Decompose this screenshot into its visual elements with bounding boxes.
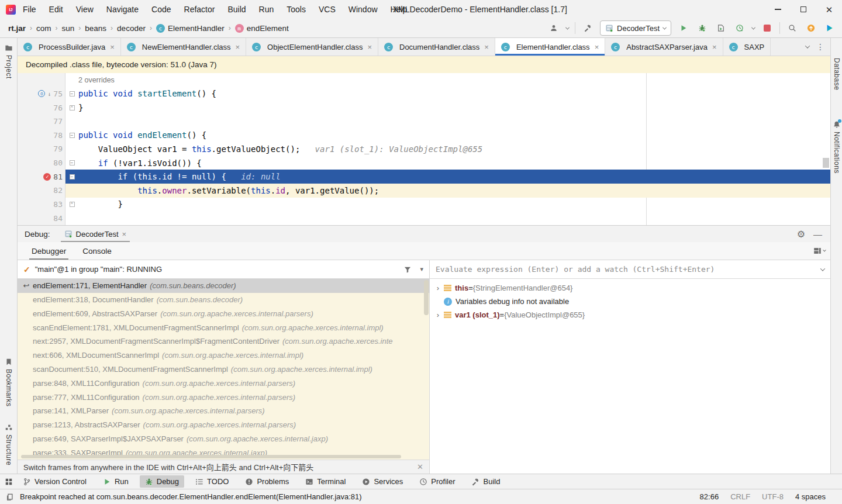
variable-row[interactable]: ›this = {StringElementHandler@654} (430, 281, 830, 295)
tool-window-button-todo[interactable]: TODO (190, 475, 234, 488)
stack-frame-row[interactable]: scanDocument:510, XMLDocumentFragmentSca… (18, 363, 429, 377)
indent-setting[interactable]: 4 spaces (795, 492, 826, 501)
editor-tab-objectelementhandler-class[interactable]: cObjectElementHandler.class× (246, 38, 378, 56)
code-line-text[interactable]: public void startElement() { (78, 87, 830, 101)
close-icon[interactable]: × (122, 230, 127, 239)
maximize-button[interactable] (791, 0, 816, 19)
stack-frame-row[interactable]: parse:848, XML11Configuration(com.sun.or… (18, 376, 429, 390)
code-line-text[interactable]: } (78, 101, 830, 115)
close-button[interactable]: ✕ (816, 0, 842, 19)
frames-vscrollbar[interactable] (424, 280, 429, 315)
close-icon[interactable]: × (367, 43, 372, 51)
stack-frame-row[interactable]: endElement:609, AbstractSAXParser(com.su… (18, 307, 429, 321)
code-line-text[interactable]: if (!var1.isVoid()) { (78, 156, 830, 170)
breadcrumb-item-decoder[interactable]: decoder (117, 24, 146, 33)
breadcrumb-item-beans[interactable]: beans (85, 24, 106, 33)
tool-window-button-build[interactable]: Build (466, 475, 505, 488)
tab-debugger[interactable]: Debugger (23, 242, 74, 260)
fold-collapse-icon[interactable]: − (70, 91, 75, 96)
line-ending[interactable]: CRLF (730, 492, 750, 501)
chevron-down-icon[interactable] (820, 266, 825, 271)
run-button[interactable] (677, 22, 690, 34)
stack-frame-row[interactable]: scanEndElement:1781, XMLDocumentFragment… (18, 320, 429, 334)
menu-navigate[interactable]: Navigate (106, 5, 139, 14)
profiler-button[interactable] (733, 22, 746, 34)
fold-expand-icon[interactable]: ⌃ (70, 202, 75, 207)
close-icon[interactable]: × (110, 43, 115, 51)
close-icon[interactable]: × (484, 43, 489, 51)
fold-collapse-icon[interactable]: − (70, 174, 75, 179)
frames-hscrollbar[interactable] (21, 455, 401, 458)
editor-tab-elementhandler-class[interactable]: cElementHandler.class× (495, 38, 605, 56)
code-line-text[interactable]: if (this.id != null) { id: null (78, 170, 830, 184)
menu-refactor[interactable]: Refactor (184, 5, 215, 14)
menu-run[interactable]: Run (259, 5, 274, 14)
breadcrumb-item-rt.jar[interactable]: rt.jar (8, 24, 26, 33)
menu-window[interactable]: Window (348, 5, 378, 14)
editor-scrollbar[interactable] (823, 158, 829, 168)
menu-tools[interactable]: Tools (287, 5, 306, 14)
tool-button-database[interactable]: Database (833, 58, 841, 90)
editor-tab-newelementhandler-class[interactable]: cNewElementHandler.class× (121, 38, 246, 56)
stack-frame-row[interactable]: endElement:318, DocumentHandler(com.sun.… (18, 293, 429, 307)
update-available-icon[interactable] (805, 22, 817, 34)
chevron-down-icon[interactable] (565, 25, 570, 29)
debug-button[interactable] (696, 22, 709, 34)
stack-frame-row[interactable]: parse:777, XML11Configuration(com.sun.or… (18, 390, 429, 404)
override-marker-icon[interactable]: o (38, 90, 45, 97)
stack-frame-row[interactable]: next:2957, XMLDocumentFragmentScannerImp… (18, 334, 429, 348)
tool-window-button-profiler[interactable]: Profiler (414, 475, 460, 488)
tool-window-switcher-icon[interactable] (0, 478, 18, 486)
code-line-text[interactable] (78, 115, 830, 129)
stack-frame-row[interactable]: parse:649, SAXParserImpl$JAXPSAXParser(c… (18, 431, 429, 446)
hide-panel-icon[interactable]: — (813, 229, 822, 239)
fold-collapse-icon[interactable]: − (70, 133, 75, 138)
tool-button-structure[interactable]: Structure (5, 423, 13, 465)
tool-window-button-version-control[interactable]: Version Control (18, 475, 92, 488)
filter-funnel-icon[interactable] (403, 265, 412, 274)
caret-position[interactable]: 82:66 (700, 492, 719, 501)
breadcrumb-item-sun[interactable]: sun (62, 24, 75, 33)
code-line-text[interactable]: public void endElement() { (78, 129, 830, 143)
menu-file[interactable]: File (23, 5, 36, 14)
close-icon[interactable]: × (236, 43, 240, 51)
tool-button-project[interactable]: Project (5, 44, 13, 79)
editor-tab-processbuilder-java[interactable]: cProcessBuilder.java× (18, 38, 121, 56)
expand-chevron-icon[interactable]: › (433, 310, 443, 319)
close-icon[interactable]: × (595, 43, 599, 51)
stop-button[interactable] (761, 22, 774, 34)
menu-build[interactable]: Build (227, 5, 246, 14)
tool-window-button-debug[interactable]: Debug (140, 475, 184, 488)
build-hammer-icon[interactable] (581, 22, 594, 34)
breakpoint-icon[interactable]: ✓ (43, 173, 51, 181)
stack-frame-row[interactable]: parse:141, XMLParser(com.sun.org.apache.… (18, 404, 429, 418)
debug-session-tab[interactable]: DecoderTest × (61, 226, 130, 242)
chevron-down-icon[interactable] (751, 25, 755, 29)
breadcrumb-item-com[interactable]: com (36, 24, 51, 33)
variable-row[interactable]: ›var1 (slot_1) = {ValueObjectImpl@655} (430, 308, 830, 322)
stack-frame-row[interactable]: ↩endElement:171, ElementHandler(com.sun.… (18, 279, 429, 293)
chevron-down-icon[interactable]: ▾ (420, 265, 423, 273)
tool-window-button-run[interactable]: Run (98, 475, 134, 488)
chevron-down-icon[interactable] (805, 43, 810, 48)
code-line-text[interactable]: } (78, 198, 830, 212)
minimize-button[interactable] (765, 0, 791, 19)
tool-button-bookmarks[interactable]: Bookmarks (5, 358, 13, 407)
menu-edit[interactable]: Edit (49, 5, 63, 14)
fold-collapse-icon[interactable]: − (70, 160, 75, 165)
run-configuration-select[interactable]: DecoderTest (600, 20, 671, 36)
code-editor[interactable]: 2 overrideso↓75−public void startElement… (18, 73, 830, 225)
code-line-text[interactable] (78, 211, 830, 225)
close-icon[interactable]: × (712, 43, 717, 51)
variable-row[interactable]: iVariables debug info not available (430, 295, 830, 308)
menu-view[interactable]: View (76, 5, 94, 14)
tool-window-button-services[interactable]: Services (357, 475, 408, 488)
editor-tab-abstractsaxparser-java[interactable]: cAbstractSAXParser.java× (605, 38, 723, 56)
search-everywhere-icon[interactable] (786, 22, 799, 34)
evaluate-expression-input[interactable]: Evaluate expression (Enter) or add a wat… (430, 260, 830, 279)
code-line-text[interactable]: 2 overrides (78, 73, 830, 87)
editor-tab-documenthandler-class[interactable]: cDocumentHandler.class× (378, 38, 495, 56)
close-icon[interactable]: ✕ (417, 462, 423, 471)
expand-chevron-icon[interactable]: › (433, 284, 443, 292)
coverage-button[interactable] (715, 22, 727, 34)
